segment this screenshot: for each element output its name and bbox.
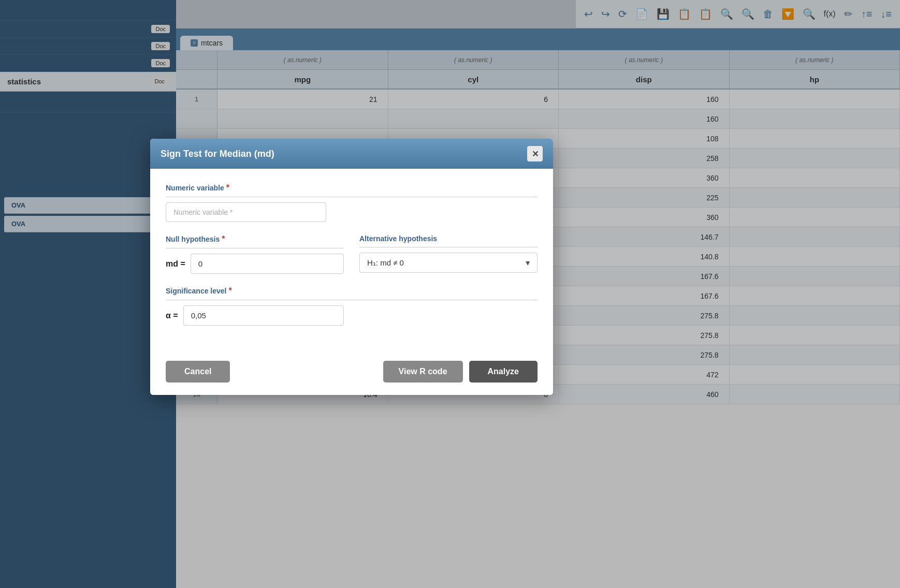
sign-test-dialog: Sign Test for Median (md) ✕ Numeric vari… <box>150 139 553 395</box>
required-star-1: * <box>226 183 229 193</box>
alt-hypothesis-label: Alternative hypothesis <box>359 234 538 243</box>
field-divider-3 <box>359 247 538 247</box>
dialog-title: Sign Test for Median (md) <box>161 149 274 159</box>
null-hypothesis-group: Null hypothesis * md = <box>166 234 344 274</box>
field-divider-4 <box>166 300 538 300</box>
dialog-footer: Cancel View R code Analyze <box>150 352 553 395</box>
footer-right-buttons: View R code Analyze <box>383 361 538 383</box>
analyze-button[interactable]: Analyze <box>469 361 538 383</box>
required-star-2: * <box>222 234 225 244</box>
null-hyp-input-row: md = <box>166 254 344 274</box>
numeric-variable-input[interactable] <box>166 202 326 222</box>
alt-hypothesis-group: Alternative hypothesis H₁: md ≠ 0 H₁: md… <box>359 234 538 274</box>
null-value-input[interactable] <box>191 254 344 274</box>
alt-hypothesis-select[interactable]: H₁: md ≠ 0 H₁: md < 0 H₁: md > 0 <box>359 253 538 273</box>
dialog-close-button[interactable]: ✕ <box>527 146 543 161</box>
dialog-body: Numeric variable * Null hypothesis * md … <box>150 169 553 352</box>
required-star-3: * <box>229 286 232 296</box>
cancel-button[interactable]: Cancel <box>166 361 230 383</box>
null-hypothesis-label: Null hypothesis * <box>166 234 344 244</box>
significance-input-row: α = <box>166 305 538 326</box>
significance-value-input[interactable] <box>183 305 344 326</box>
alt-select-wrapper: H₁: md ≠ 0 H₁: md < 0 H₁: md > 0 ▼ <box>359 253 538 273</box>
field-divider-2 <box>166 248 344 248</box>
significance-level-group: Significance level * α = <box>166 286 538 326</box>
numeric-variable-group: Numeric variable * <box>166 183 538 222</box>
numeric-variable-label: Numeric variable * <box>166 183 538 193</box>
significance-level-label: Significance level * <box>166 286 538 296</box>
hypothesis-row: Null hypothesis * md = Alternative hypot… <box>166 234 538 274</box>
field-divider-1 <box>166 197 538 197</box>
view-r-code-button[interactable]: View R code <box>383 361 463 383</box>
alpha-label: α = <box>166 311 178 320</box>
dialog-header: Sign Test for Median (md) ✕ <box>150 139 553 169</box>
null-md-label: md = <box>166 259 185 269</box>
